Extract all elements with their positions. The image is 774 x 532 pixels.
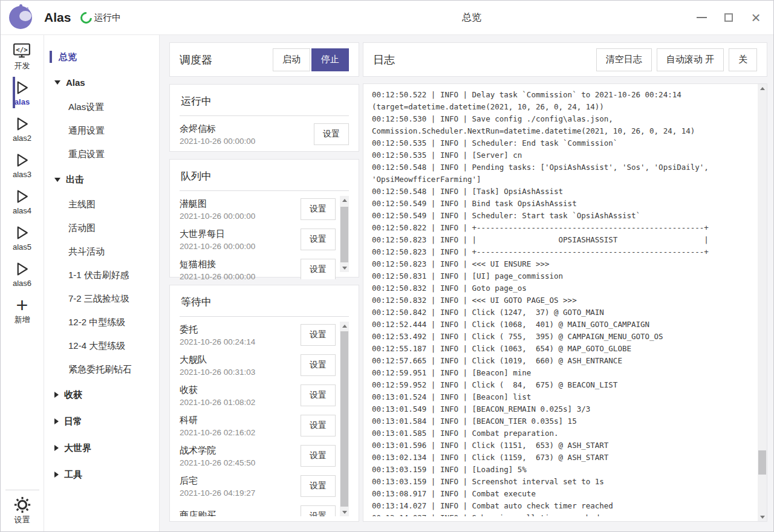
log-line: 00:13:08.917 | INFO | Combat execute	[372, 488, 749, 500]
log-scrollbar	[758, 84, 767, 521]
menu-group: 日常	[44, 408, 159, 435]
rail-item-alas3[interactable]: alas3	[13, 148, 31, 183]
task-row: 科研 2021-10-26 02:16:02 设置	[180, 412, 336, 439]
menu-group-出击[interactable]: 出击	[44, 166, 159, 193]
log-line: 00:12:50.832 | INFO | Goto page_os	[372, 282, 749, 294]
chevron-right-icon	[54, 445, 59, 451]
menu-group-大世界[interactable]: 大世界	[44, 435, 159, 461]
running-title: 运行中	[180, 93, 349, 116]
menu-item-重启设置[interactable]: 重启设置	[44, 143, 159, 166]
rail-item-开发[interactable]: </> 开发	[13, 39, 31, 74]
rail-item-settings[interactable]: 设置	[1, 493, 44, 528]
log-line: (target=datetime.datetime(2021, 10, 26, …	[372, 101, 749, 113]
scrollbar-thumb[interactable]	[340, 331, 348, 507]
close-button[interactable]: ×	[750, 12, 761, 23]
menu-group-label: 出击	[66, 174, 84, 186]
log-line: 00:12:50.535 | INFO | [Server] cn	[372, 149, 749, 161]
log-line: 00:12:50.549 | INFO | Scheduler: Start t…	[372, 210, 749, 222]
scroll-up-icon[interactable]	[340, 322, 349, 330]
menu-item-12-2 中型练级[interactable]: 12-2 中型练级	[44, 311, 159, 334]
menu-item-12-4 大型练级[interactable]: 12-4 大型练级	[44, 334, 159, 358]
task-name: 商店购买	[180, 510, 216, 516]
stop-button[interactable]: 停止	[311, 48, 349, 71]
running-panel: 运行中 余烬信标 2021-10-26 00:00:00 设置	[169, 84, 359, 152]
autoscroll-on-button[interactable]: 自动滚动 开	[657, 48, 724, 71]
scroll-up-icon[interactable]	[758, 84, 767, 92]
rail-item-alas[interactable]: alas	[13, 75, 31, 110]
menu-item-主线图[interactable]: 主线图	[44, 193, 159, 216]
task-time: 2021-10-26 02:16:02	[180, 428, 255, 437]
scrollbar-thumb[interactable]	[340, 207, 348, 262]
menu-item-overview[interactable]: 总览	[44, 45, 159, 69]
rail-item-alas2[interactable]: alas2	[13, 111, 31, 146]
scroll-down-icon[interactable]	[340, 264, 349, 272]
task-setting-button[interactable]: 设置	[301, 198, 336, 220]
run-status: 运行中	[80, 12, 121, 24]
task-setting-button[interactable]: 设置	[301, 475, 336, 497]
menu-group-工具[interactable]: 工具	[44, 461, 159, 488]
task-setting-button[interactable]: 设置	[301, 384, 336, 406]
task-setting-button[interactable]: 设置	[301, 445, 336, 467]
task-setting-button[interactable]: 设置	[301, 259, 336, 279]
task-setting-button[interactable]: 设置	[301, 324, 336, 346]
minimize-button[interactable]	[696, 12, 707, 23]
gear-icon	[13, 496, 31, 514]
play-icon	[13, 260, 31, 278]
log-line: 00:13:14.027 | INFO | Combat auto check …	[372, 500, 749, 512]
task-setting-button[interactable]: 设置	[314, 123, 349, 145]
log-line: 00:12:50.548 | INFO | Pending tasks: ['O…	[372, 161, 749, 174]
start-button[interactable]: 启动	[273, 48, 310, 71]
task-time: 2021-10-26 00:00:00	[180, 272, 255, 280]
task-setting-button[interactable]: 设置	[301, 505, 336, 516]
task-row: 后宅 2021-10-26 04:19:27 设置	[180, 473, 336, 499]
play-icon	[13, 187, 31, 206]
menu-group-日常[interactable]: 日常	[44, 408, 159, 435]
scroll-down-icon[interactable]	[340, 508, 349, 516]
menu-group-Alas[interactable]: Alas	[44, 69, 159, 96]
autoscroll-off-button[interactable]: 关	[729, 48, 757, 71]
scroll-up-icon[interactable]	[340, 196, 349, 204]
log-line: 00:12:59.952 | INFO | Click ( 84, 675) @…	[372, 379, 749, 391]
scrollbar-thumb[interactable]	[758, 450, 766, 475]
waiting-list: 委托 2021-10-26 00:24:14 设置 大舰队 2021-10-26…	[180, 322, 336, 516]
page-title: 总览	[462, 11, 481, 24]
menu-item-紧急委托刷钻石[interactable]: 紧急委托刷钻石	[44, 358, 159, 381]
pending-list: 潜艇图 2021-10-26 00:00:00 设置 大世界每日 2021-10…	[180, 196, 336, 279]
svg-text:</>: </>	[16, 46, 28, 54]
menu-item-1-1 伏击刷好感[interactable]: 1-1 伏击刷好感	[44, 264, 159, 287]
scroll-down-icon[interactable]	[758, 513, 767, 521]
menu-item-共斗活动[interactable]: 共斗活动	[44, 240, 159, 264]
log-panel: 00:12:50.522 | INFO | Delay task `Commis…	[363, 83, 767, 522]
task-name: 后宅	[180, 475, 255, 487]
rail-item-label: alas4	[13, 206, 31, 215]
menu-item-活动图[interactable]: 活动图	[44, 216, 159, 240]
running-spinner-icon	[78, 10, 94, 26]
menu-group-收获[interactable]: 收获	[44, 381, 159, 408]
log-line: 'OpsiMeowfficerFarming']	[372, 174, 749, 186]
task-setting-button[interactable]: 设置	[301, 229, 336, 250]
rail-item-label: alas2	[13, 134, 31, 143]
clear-log-button[interactable]: 清空日志	[596, 48, 652, 71]
rail-item-alas6[interactable]: alas6	[13, 256, 31, 291]
task-row: 大世界每日 2021-10-26 00:00:00 设置	[180, 226, 336, 253]
app-title: Alas	[44, 10, 71, 25]
log-line: 00:13:01.524 | INFO | [Beacon] list	[372, 391, 749, 403]
log-line: 00:12:50.823 | INFO | +-----------------…	[372, 246, 749, 258]
menu-item-7-2 三战捡垃圾[interactable]: 7-2 三战捡垃圾	[44, 287, 159, 311]
task-time: 2021-10-26 00:00:00	[180, 137, 255, 146]
task-row: 余烬信标 2021-10-26 00:00:00 设置	[180, 121, 349, 146]
rail-item-alas5[interactable]: alas5	[13, 220, 31, 255]
task-setting-button[interactable]: 设置	[301, 354, 336, 376]
task-name: 收获	[180, 384, 255, 396]
log-line: 00:12:50.530 | INFO | Save config ./conf…	[372, 113, 749, 125]
log-line: 00:12:59.951 | INFO | [Beacon] mine	[372, 367, 749, 379]
rail-item-新增[interactable]: + 新增	[13, 293, 31, 328]
menu-item-label: 总览	[59, 51, 77, 63]
task-setting-button[interactable]: 设置	[301, 415, 336, 436]
plus-icon: +	[16, 296, 28, 314]
maximize-button[interactable]	[723, 12, 734, 23]
menu-item-通用设置[interactable]: 通用设置	[44, 119, 159, 143]
rail-item-alas4[interactable]: alas4	[13, 184, 31, 219]
menu-item-Alas设置[interactable]: Alas设置	[44, 96, 159, 119]
task-row: 战术学院 2021-10-26 02:45:50 设置	[180, 443, 336, 469]
